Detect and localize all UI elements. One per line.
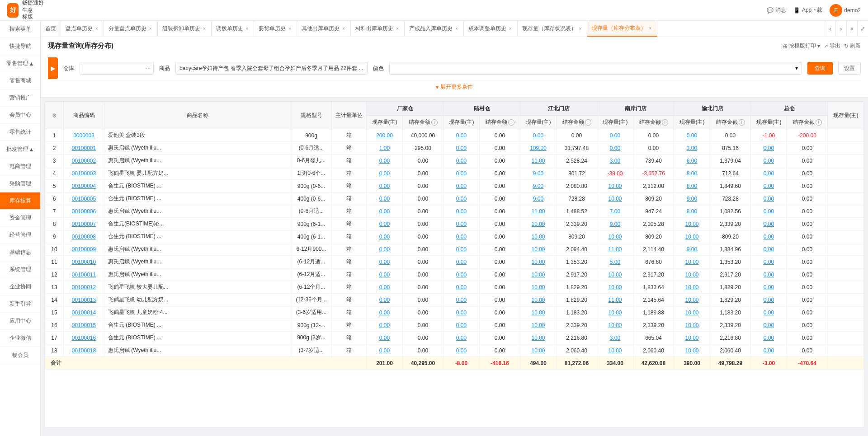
sidebar-item-member2[interactable]: 畅会员 <box>0 347 40 364</box>
sidebar-item-ecommerce[interactable]: 电商管理 <box>0 158 40 175</box>
cell-c2-qty[interactable]: 0.00 <box>443 344 480 357</box>
message-btn[interactable]: 💬 消息 <box>767 6 786 14</box>
cell-total-qty[interactable]: 0.00 <box>751 268 787 281</box>
cell-total-qty[interactable]: 0.00 <box>751 167 787 180</box>
cell-c1-qty[interactable]: 0.00 <box>367 344 403 357</box>
info-icon[interactable]: i <box>431 119 438 126</box>
sidebar-item-marketing[interactable]: 营销推广 <box>0 89 40 107</box>
tab-close-icon[interactable]: × <box>94 26 99 32</box>
sidebar-item-app-center[interactable]: 应用中心 <box>0 313 40 330</box>
cell-c3-qty[interactable]: 10.00 <box>520 344 557 357</box>
tab-next-btn[interactable]: › <box>835 21 846 37</box>
filter-collapse-btn[interactable]: ▶ <box>48 57 58 79</box>
sidebar-item-purchase[interactable]: 采购管理 <box>0 175 40 192</box>
warehouse-input[interactable] <box>80 62 143 74</box>
cell-code[interactable]: 00100008 <box>64 230 104 243</box>
cell-c5-qty[interactable]: 10.00 <box>674 306 710 319</box>
cell-c4-qty[interactable]: 5.00 <box>597 256 633 268</box>
cell-c3-qty[interactable]: 10.00 <box>520 256 557 268</box>
cell-code[interactable]: 00100012 <box>64 281 104 294</box>
cell-c4-qty[interactable]: 3.00 <box>597 155 633 167</box>
refresh-btn[interactable]: ↻ 刷新 <box>844 42 861 50</box>
cell-c2-qty[interactable]: 0.00 <box>443 167 480 180</box>
info-icon4[interactable]: i <box>662 119 668 126</box>
cell-c5-qty[interactable]: 10.00 <box>674 344 710 357</box>
cell-c4-qty[interactable]: 10.00 <box>597 319 633 332</box>
cell-c4-qty[interactable]: 10.00 <box>597 230 633 243</box>
cell-c4-qty[interactable]: 10.00 <box>597 306 633 319</box>
cell-c3-qty[interactable]: 9.00 <box>520 180 557 192</box>
cell-c1-qty[interactable]: 0.00 <box>367 306 403 319</box>
cell-c1-qty[interactable]: 0.00 <box>367 230 403 243</box>
cell-c1-qty[interactable]: 0.00 <box>367 319 403 332</box>
sidebar-item-nav[interactable]: 快捷导航 <box>0 38 40 55</box>
cell-c4-qty[interactable]: 0.00 <box>597 129 633 142</box>
cell-c4-qty[interactable]: 7.00 <box>597 205 633 218</box>
cell-c3-qty[interactable]: 10.00 <box>520 294 557 306</box>
cell-c4-qty[interactable]: 10.00 <box>597 281 633 294</box>
th-gear[interactable]: ⚙ <box>45 102 64 129</box>
cell-c5-qty[interactable]: 10.00 <box>674 294 710 306</box>
cell-c3-qty[interactable]: 10.00 <box>520 281 557 294</box>
tab-home[interactable]: 首页 <box>41 21 61 37</box>
cell-code[interactable]: 00100007 <box>64 218 104 230</box>
cell-c4-qty[interactable]: -39.00 <box>597 167 633 180</box>
cell-c2-qty[interactable]: 0.00 <box>443 243 480 256</box>
cell-total-qty[interactable]: 0.00 <box>751 281 787 294</box>
tab-stock-dist[interactable]: 现存量（库存分布表）× <box>587 21 657 37</box>
print-btn[interactable]: 🖨 按模版打印 ▾ <box>782 42 820 50</box>
tab-close-icon[interactable]: × <box>341 26 346 32</box>
tab-close-icon[interactable]: × <box>288 26 292 32</box>
cell-c5-qty[interactable]: 9.00 <box>674 243 710 256</box>
app-download-btn[interactable]: 📱 App下载 <box>793 6 822 14</box>
cell-code[interactable]: 00100015 <box>64 319 104 332</box>
sidebar-item-search[interactable]: 搜索英单 <box>0 21 40 38</box>
cell-c3-qty[interactable]: 11.00 <box>520 205 557 218</box>
cell-code[interactable]: 00100013 <box>64 294 104 306</box>
cell-c1-qty[interactable]: 0.00 <box>367 167 403 180</box>
cell-c2-qty[interactable]: 0.00 <box>443 129 480 142</box>
cell-total-qty[interactable]: 0.00 <box>751 192 787 205</box>
cell-c2-qty[interactable]: 0.00 <box>443 155 480 167</box>
cell-code[interactable]: 00100006 <box>64 205 104 218</box>
cell-code[interactable]: 00100010 <box>64 256 104 268</box>
cell-c1-qty[interactable]: 0.00 <box>367 243 403 256</box>
cell-total-qty[interactable]: -1.00 <box>751 129 787 142</box>
cell-total-qty[interactable]: 0.00 <box>751 155 787 167</box>
tab-close-icon[interactable]: × <box>648 25 652 31</box>
cell-c2-qty[interactable]: 0.00 <box>443 205 480 218</box>
tab-close-icon[interactable]: × <box>508 26 513 32</box>
cell-code[interactable]: 00100002 <box>64 155 104 167</box>
info-icon3[interactable]: i <box>585 119 591 126</box>
cell-c1-qty[interactable]: 0.00 <box>367 332 403 344</box>
cell-c1-qty[interactable]: 0.00 <box>367 268 403 281</box>
settings-btn[interactable]: 设置 <box>838 62 861 75</box>
cell-c5-qty[interactable]: 8.00 <box>674 167 710 180</box>
tab-stock-status[interactable]: 现存量（库存状况表）× <box>518 21 588 37</box>
cell-total-qty[interactable]: 0.00 <box>751 218 787 230</box>
cell-code[interactable]: 00100014 <box>64 306 104 319</box>
sidebar-item-enterprise[interactable]: 企业协同 <box>0 278 40 295</box>
cell-c3-qty[interactable]: 10.00 <box>520 332 557 344</box>
cell-total-qty[interactable]: 0.00 <box>751 230 787 243</box>
info-icon6[interactable]: i <box>816 119 822 126</box>
cell-c5-qty[interactable]: 10.00 <box>674 268 710 281</box>
cell-total-qty[interactable]: 0.00 <box>751 142 787 155</box>
product-input[interactable]: babycare孕妇待产包 春季入院全套母子组合孕妇产后冬季月子用品 22件套 … <box>175 62 368 75</box>
color-select[interactable]: ▾ <box>389 62 802 75</box>
cell-code[interactable]: 00100009 <box>64 243 104 256</box>
sidebar-item-wholesale[interactable]: 批发管理 ▲ <box>0 141 40 158</box>
tab-product-in[interactable]: 产成品入库单历史 × <box>405 21 464 37</box>
cell-total-qty[interactable]: 0.00 <box>751 243 787 256</box>
cell-c4-qty[interactable]: 0.00 <box>597 142 633 155</box>
cell-code[interactable]: 0000003 <box>64 129 104 142</box>
cell-c5-qty[interactable]: 6.00 <box>674 155 710 167</box>
cell-c3-qty[interactable]: 10.00 <box>520 218 557 230</box>
cell-c5-qty[interactable]: 8.00 <box>674 205 710 218</box>
cell-c1-qty[interactable]: 0.00 <box>367 256 403 268</box>
cell-c3-qty[interactable]: 10.00 <box>520 306 557 319</box>
tab-other-out[interactable]: 其他出库单历史 × <box>297 21 351 37</box>
tab-prev-btn[interactable]: ‹ <box>825 21 835 37</box>
cell-c5-qty[interactable]: 10.00 <box>674 230 710 243</box>
expand-more-btn[interactable]: ▾ 展开更多条件 <box>48 80 861 94</box>
